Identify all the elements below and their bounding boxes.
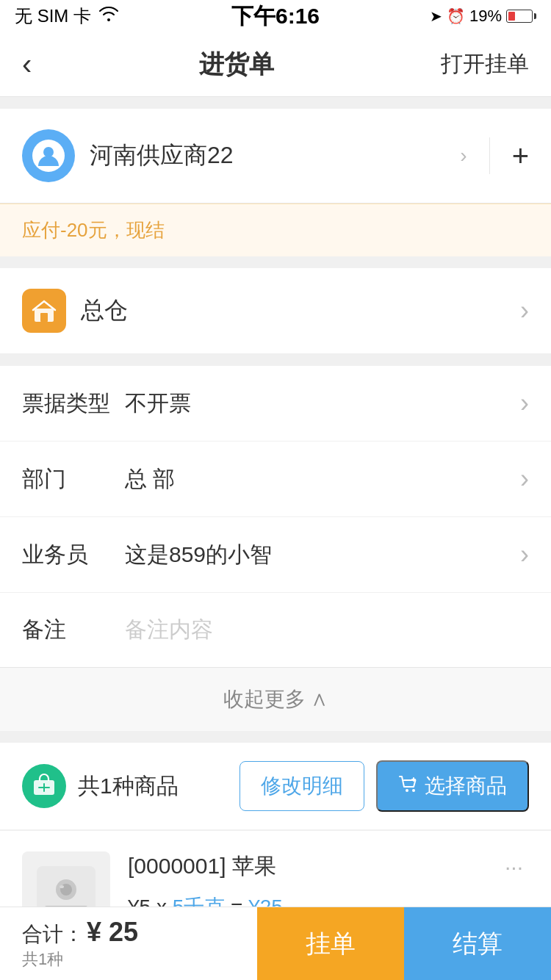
status-time: 下午6:16 xyxy=(231,1,320,32)
select-product-label: 选择商品 xyxy=(425,772,507,800)
carrier-label: 无 SIM 卡 xyxy=(15,4,91,28)
svg-point-5 xyxy=(412,789,415,792)
collapse-label: 收起更多 ∧ xyxy=(223,685,328,713)
dept-arrow-icon xyxy=(520,464,529,494)
product-title-value: 苹果 xyxy=(232,854,276,878)
sales-label: 业务员 xyxy=(22,540,110,570)
supplier-arrow-icon: › xyxy=(460,144,467,167)
total-amount: ¥ 25 xyxy=(87,917,138,948)
pending-button[interactable]: 挂单 xyxy=(257,907,404,981)
select-product-button[interactable]: 选择商品 xyxy=(376,760,529,812)
footer: 合计： ¥ 25 共1种 挂单 结算 xyxy=(0,907,551,980)
footer-total: 合计： ¥ 25 共1种 xyxy=(0,917,257,970)
warehouse-arrow-icon xyxy=(520,295,529,326)
remark-input[interactable]: 备注内容 xyxy=(110,615,529,645)
product-header: 共1种商品 修改明细 选择商品 xyxy=(0,743,551,830)
location-icon: ➤ xyxy=(430,7,442,25)
battery-icon xyxy=(506,10,536,23)
page-title: 进货单 xyxy=(199,48,274,82)
checkout-button[interactable]: 结算 xyxy=(404,907,551,981)
product-count-label: 共1种商品 xyxy=(78,771,240,801)
supplier-row[interactable]: 河南供应商22 › + xyxy=(0,109,551,203)
battery-percent: 19% xyxy=(469,7,502,26)
invoice-type-value: 不开票 xyxy=(110,389,520,419)
form-section: 票据类型 不开票 部门 总 部 业务员 这是859的小智 备注 备注内容 xyxy=(0,365,551,667)
warehouse-section: 总仓 xyxy=(0,268,551,353)
open-pending-button[interactable]: 打开挂单 xyxy=(441,49,529,79)
back-button[interactable]: ‹ xyxy=(22,48,32,81)
warehouse-icon xyxy=(22,289,66,333)
product-more-button[interactable]: ··· xyxy=(499,851,529,882)
remark-label: 备注 xyxy=(22,615,110,645)
alert-banner: 应付-20元，现结 xyxy=(0,203,551,256)
nav-bar: ‹ 进货单 打开挂单 xyxy=(0,32,551,97)
svg-point-4 xyxy=(406,789,408,792)
dept-row[interactable]: 部门 总 部 xyxy=(0,441,551,516)
total-label: 合计： xyxy=(22,920,84,948)
warehouse-row[interactable]: 总仓 xyxy=(0,268,551,353)
dept-value: 总 部 xyxy=(110,464,520,494)
svg-point-9 xyxy=(60,885,64,888)
product-code: [0000001] xyxy=(128,854,226,878)
supplier-name: 河南供应商22 xyxy=(90,140,460,172)
invoice-type-label: 票据类型 xyxy=(22,389,110,419)
remark-row[interactable]: 备注 备注内容 xyxy=(0,592,551,667)
sales-arrow-icon xyxy=(520,539,529,570)
wifi-icon xyxy=(98,6,119,26)
alert-text: 应付-20元，现结 xyxy=(22,219,165,241)
svg-point-0 xyxy=(43,147,54,157)
add-supplier-button[interactable]: + xyxy=(512,140,529,173)
svg-rect-2 xyxy=(40,313,48,322)
sales-row[interactable]: 业务员 这是859的小智 xyxy=(0,516,551,592)
warehouse-name: 总仓 xyxy=(81,295,520,327)
total-count: 共1种 xyxy=(22,948,235,970)
product-icon xyxy=(22,764,66,808)
sales-value: 这是859的小智 xyxy=(110,540,520,570)
alarm-icon: ⏰ xyxy=(447,7,465,25)
cart-icon xyxy=(398,774,419,798)
status-bar: 无 SIM 卡 下午6:16 ➤ ⏰ 19% xyxy=(0,0,551,32)
invoice-type-row[interactable]: 票据类型 不开票 xyxy=(0,365,551,441)
dept-label: 部门 xyxy=(22,464,110,494)
supplier-avatar xyxy=(22,129,75,182)
divider xyxy=(489,137,490,174)
collapse-bar[interactable]: 收起更多 ∧ xyxy=(0,667,551,731)
invoice-type-arrow-icon xyxy=(520,388,529,419)
product-name: [0000001] 苹果 xyxy=(128,851,499,882)
modify-detail-button[interactable]: 修改明细 xyxy=(240,761,364,811)
supplier-section: 河南供应商22 › + 应付-20元，现结 xyxy=(0,109,551,256)
